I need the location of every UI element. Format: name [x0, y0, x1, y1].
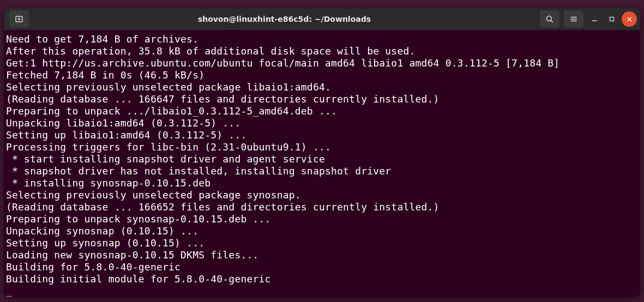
titlebar: shovon@linuxhint-e86c5d: ~/Downloads	[4, 8, 640, 30]
terminal-line: Loading new synosnap-0.10.15 DKMS files.…	[6, 249, 638, 261]
terminal-line: * start installing snapshot driver and a…	[6, 153, 638, 165]
new-tab-button[interactable]	[9, 10, 29, 28]
terminal-line: After this operation, 35.8 kB of additio…	[6, 45, 638, 57]
minimize-button[interactable]	[587, 11, 602, 27]
terminal-line: (Reading database ... 166652 files and d…	[6, 201, 638, 213]
search-icon	[545, 15, 554, 23]
maximize-icon	[609, 16, 615, 22]
new-tab-icon	[15, 15, 23, 23]
terminal-line: Preparing to unpack .../libaio1_0.3.112-…	[6, 105, 638, 117]
cursor: _	[6, 285, 12, 297]
terminal-line: Building initial module for 5.8.0-40-gen…	[6, 273, 638, 285]
search-button[interactable]	[540, 10, 559, 28]
window-title: shovon@linuxhint-e86c5d: ~/Downloads	[30, 15, 539, 23]
terminal-line: Preparing to unpack synosnap-0.10.15.deb…	[6, 213, 638, 225]
terminal-line: (Reading database ... 166647 files and d…	[6, 93, 638, 105]
terminal-line: Processing triggers for libc-bin (2.31-0…	[6, 141, 638, 153]
terminal-line: Selecting previously unselected package …	[6, 81, 638, 93]
terminal-line: Setting up libaio1:amd64 (0.3.112-5) ...	[6, 129, 638, 141]
menu-button[interactable]	[564, 10, 583, 28]
terminal-line: Selecting previously unselected package …	[6, 189, 638, 201]
terminal-output[interactable]: Need to get 7,184 B of archives.After th…	[4, 30, 640, 297]
minimize-icon	[591, 16, 598, 22]
terminal-line: Unpacking libaio1:amd64 (0.3.112-5) ...	[6, 117, 638, 129]
close-icon	[627, 16, 633, 22]
hamburger-icon	[569, 15, 578, 23]
terminal-line: Unpacking synosnap (0.10.15) ...	[6, 225, 638, 237]
terminal-line: Need to get 7,184 B of archives.	[6, 33, 638, 45]
titlebar-right-controls	[539, 10, 637, 28]
svg-line-4	[551, 20, 552, 22]
maximize-button[interactable]	[604, 11, 619, 27]
terminal-line: Fetched 7,184 B in 0s (46.5 kB/s)	[6, 69, 638, 81]
terminal-line: * snapshot driver has not installed, ins…	[6, 165, 638, 177]
svg-rect-9	[610, 17, 614, 21]
terminal-line: Setting up synosnap (0.10.15) ...	[6, 237, 638, 249]
terminal-window: shovon@linuxhint-e86c5d: ~/Downloads	[4, 8, 640, 297]
terminal-line: Building for 5.8.0-40-generic	[6, 261, 638, 273]
terminal-line: Get:1 http://us.archive.ubuntu.com/ubunt…	[6, 57, 638, 69]
terminal-line: * installing synosnap-0.10.15.deb	[6, 177, 638, 189]
close-button[interactable]	[622, 11, 637, 27]
